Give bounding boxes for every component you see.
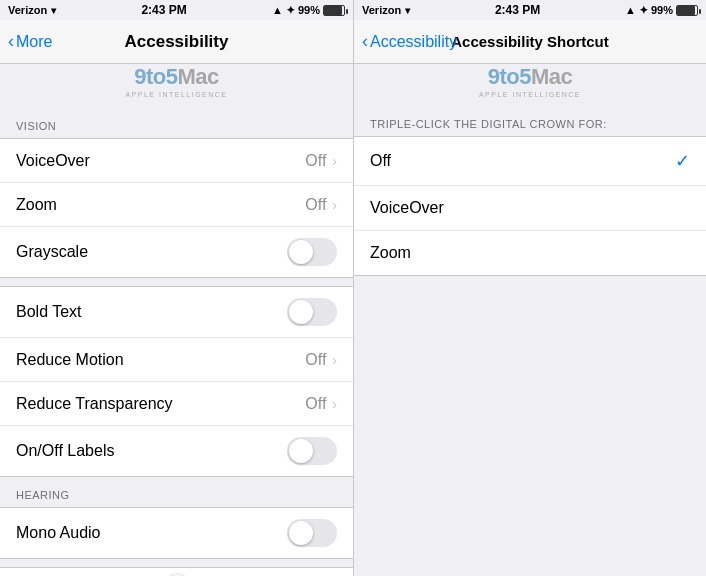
left-grayscale-label: Grayscale	[16, 243, 88, 261]
left-vision-group: VoiceOver Off › Zoom Off › Grayscale	[0, 138, 353, 278]
left-nav-bar: ‹ More Accessibility	[0, 20, 353, 64]
left-bluetooth-icon: ✦	[286, 4, 295, 17]
left-voiceover-label: VoiceOver	[16, 152, 90, 170]
right-location-icon: ▲	[625, 4, 636, 16]
left-reducemotion-value: Off	[305, 351, 326, 369]
left-voiceover-chevron: ›	[332, 153, 337, 169]
left-zoom-label: Zoom	[16, 196, 57, 214]
left-monoaudio-label: Mono Audio	[16, 524, 101, 542]
left-boldtext-knob	[289, 300, 313, 324]
right-battery-pct: 99%	[651, 4, 673, 16]
left-slider-container	[0, 567, 353, 576]
left-onofflabels-row[interactable]: On/Off Labels	[0, 426, 353, 476]
right-back-button[interactable]: ‹ Accessibility	[362, 32, 457, 52]
left-group2: Bold Text Reduce Motion Off › Reduce Tra…	[0, 286, 353, 477]
right-option-off[interactable]: Off ✓	[354, 137, 706, 186]
left-screen: Verizon ▾ 2:43 PM ▲ ✦ 99% ‹ More Accessi…	[0, 0, 353, 576]
right-option-voiceover-label: VoiceOver	[370, 199, 444, 217]
left-carrier: Verizon	[8, 4, 47, 16]
left-reducetrans-row[interactable]: Reduce Transparency Off ›	[0, 382, 353, 426]
left-spacer1	[0, 278, 353, 286]
right-nav-title: Accessibility Shortcut	[451, 33, 609, 50]
left-zoom-right: Off ›	[305, 196, 337, 214]
left-signal-icon: ▾	[51, 5, 56, 16]
right-option-off-label: Off	[370, 152, 391, 170]
left-boldtext-label: Bold Text	[16, 303, 82, 321]
left-onofflabels-toggle[interactable]	[287, 437, 337, 465]
left-boldtext-toggle[interactable]	[287, 298, 337, 326]
left-onofflabels-label: On/Off Labels	[16, 442, 114, 460]
left-grayscale-knob	[289, 240, 313, 264]
right-back-label: Accessibility	[370, 33, 457, 51]
left-battery-pct: 99%	[298, 4, 320, 16]
right-time: 2:43 PM	[495, 3, 540, 17]
right-screen: Verizon ▾ 2:43 PM ▲ ✦ 99% ‹ Accessibilit…	[353, 0, 706, 576]
left-status-right: ▲ ✦ 99%	[272, 4, 345, 17]
right-content: Triple-click the Digital Crown for: Off …	[354, 64, 706, 576]
left-content: Vision VoiceOver Off › Zoom Off › Graysc…	[0, 64, 353, 576]
right-options-group: Off ✓ VoiceOver Zoom	[354, 136, 706, 276]
left-time: 2:43 PM	[141, 3, 186, 17]
left-back-chevron: ‹	[8, 31, 14, 52]
left-location-icon: ▲	[272, 4, 283, 16]
left-monoaudio-toggle[interactable]	[287, 519, 337, 547]
right-signal-icon: ▾	[405, 5, 410, 16]
left-status-left: Verizon ▾	[8, 4, 56, 16]
left-nav-title: Accessibility	[125, 32, 229, 52]
right-back-chevron: ‹	[362, 31, 368, 52]
right-carrier: Verizon	[362, 4, 401, 16]
left-reducetrans-label: Reduce Transparency	[16, 395, 173, 413]
right-bluetooth-icon: ✦	[639, 4, 648, 17]
left-voiceover-value: Off	[305, 152, 326, 170]
left-reducetrans-right: Off ›	[305, 395, 337, 413]
left-hearing-group: Mono Audio	[0, 507, 353, 559]
left-zoom-row[interactable]: Zoom Off ›	[0, 183, 353, 227]
left-grayscale-toggle[interactable]	[287, 238, 337, 266]
right-status-left: Verizon ▾	[362, 4, 410, 16]
right-status-right: ▲ ✦ 99%	[625, 4, 698, 17]
left-zoom-value: Off	[305, 196, 326, 214]
left-section-vision: Vision	[0, 108, 353, 138]
left-grayscale-row[interactable]: Grayscale	[0, 227, 353, 277]
right-checkmark: ✓	[675, 150, 690, 172]
right-option-voiceover[interactable]: VoiceOver	[354, 186, 706, 231]
right-nav-bar: ‹ Accessibility Accessibility Shortcut	[354, 20, 706, 64]
right-option-zoom-label: Zoom	[370, 244, 411, 262]
left-reducemotion-label: Reduce Motion	[16, 351, 124, 369]
left-section-hearing: Hearing	[0, 477, 353, 507]
left-reducemotion-chevron: ›	[332, 352, 337, 368]
left-back-button[interactable]: ‹ More	[8, 32, 52, 52]
left-reducetrans-value: Off	[305, 395, 326, 413]
right-option-zoom[interactable]: Zoom	[354, 231, 706, 275]
right-status-bar: Verizon ▾ 2:43 PM ▲ ✦ 99%	[354, 0, 706, 20]
left-monoaudio-knob	[289, 521, 313, 545]
left-onofflabels-knob	[289, 439, 313, 463]
left-battery-icon	[323, 5, 345, 16]
left-zoom-chevron: ›	[332, 197, 337, 213]
left-back-label: More	[16, 33, 52, 51]
left-reducemotion-row[interactable]: Reduce Motion Off ›	[0, 338, 353, 382]
left-monoaudio-row[interactable]: Mono Audio	[0, 508, 353, 558]
left-reducemotion-right: Off ›	[305, 351, 337, 369]
left-voiceover-row[interactable]: VoiceOver Off ›	[0, 139, 353, 183]
left-voiceover-right: Off ›	[305, 152, 337, 170]
right-battery-icon	[676, 5, 698, 16]
left-reducetrans-chevron: ›	[332, 396, 337, 412]
left-status-bar: Verizon ▾ 2:43 PM ▲ ✦ 99%	[0, 0, 353, 20]
left-boldtext-row[interactable]: Bold Text	[0, 287, 353, 338]
right-section-desc: Triple-click the Digital Crown for:	[354, 108, 706, 136]
